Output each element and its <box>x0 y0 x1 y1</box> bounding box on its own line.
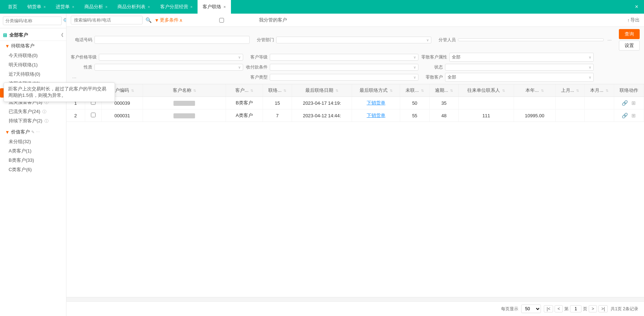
status-select[interactable]: ∨ <box>445 64 594 71</box>
table-area: ⚙ 客户编码 ⇅ 客户名称 ⇅ <box>66 84 644 297</box>
payment-select[interactable]: ∨ <box>270 64 418 71</box>
retail-customer-select[interactable]: 全部 ∨ <box>445 73 594 82</box>
per-page-select[interactable]: 50 100 200 <box>521 305 541 313</box>
nav-item-analysis-list[interactable]: 商品分析列表 × <box>112 0 155 14</box>
col-header-last-way: 最后联络方式 ⇅ <box>352 84 400 97</box>
sidebar-item-declining[interactable]: 持续下滑客户(2) ⓘ <box>0 116 66 126</box>
dots-icon[interactable]: ··· <box>71 75 78 80</box>
chevron-icon: ∧ <box>179 18 183 23</box>
query-button[interactable]: 查询 <box>619 29 640 39</box>
sort-icon[interactable]: ⇅ <box>250 89 253 93</box>
filter-cell-customer-grade: 客户等级 ∨ <box>246 54 418 61</box>
table-header-row: ⚙ 客户编码 ⇅ 客户名称 ⇅ <box>66 84 644 97</box>
my-customers-checkbox-label[interactable]: 我分管的客户 <box>186 17 287 23</box>
sidebar-search-button[interactable]: 🔍 <box>63 18 66 24</box>
manage-icon[interactable]: ⋯ <box>36 130 40 135</box>
name-blur-placeholder <box>173 113 195 118</box>
row-code: 000031 <box>101 109 143 122</box>
last-page-button[interactable]: >| <box>598 305 608 312</box>
sidebar-item-b-class[interactable]: B类客户(33) <box>0 156 66 165</box>
sort-icon[interactable]: ⇅ <box>421 89 424 93</box>
close-icon[interactable]: × <box>190 5 193 9</box>
manager-select[interactable] <box>458 38 604 41</box>
link-action-icon[interactable]: 🔗 <box>622 100 628 106</box>
row-last-way[interactable]: 下销货单 <box>352 97 400 109</box>
sort-icon[interactable]: ⇅ <box>335 89 338 93</box>
grid-action-icon[interactable]: ⊞ <box>631 100 636 106</box>
prev-page-button[interactable]: < <box>555 305 563 312</box>
sidebar-item-tomorrow[interactable]: 明天待联络(1) <box>0 60 66 70</box>
sidebar-section-pending[interactable]: ▼ 待联络客户 <box>0 41 66 51</box>
link-action-icon[interactable]: 🔗 <box>622 113 628 118</box>
close-icon[interactable]: × <box>105 5 107 9</box>
data-table: ⚙ 客户编码 ⇅ 客户名称 ⇅ <box>66 84 644 122</box>
sidebar-item-7days[interactable]: 近7天待联络(0) <box>0 70 66 79</box>
filter-cell-price-grade: 客户价格等级 ∨ <box>71 54 243 61</box>
row-this-month <box>585 97 614 109</box>
more-dots-icon[interactable]: ··· <box>606 37 613 43</box>
customer-grade-select[interactable]: ∨ <box>270 54 418 61</box>
row-last-month <box>555 97 584 109</box>
retail-attr-select[interactable]: 全部 ∨ <box>449 53 594 62</box>
sidebar-search-input[interactable] <box>3 16 62 25</box>
sidebar-item-c-class[interactable]: C类客户(6) <box>0 165 66 174</box>
search-button[interactable]: 🔍 <box>145 17 152 23</box>
sidebar-item-a-class[interactable]: A类客户(1) <box>0 146 66 156</box>
nav-item-home[interactable]: 首页 <box>3 0 22 14</box>
close-icon[interactable]: × <box>223 5 226 9</box>
sidebar-item-churned[interactable]: 已流失客户(24) ⓘ <box>0 107 66 116</box>
nav-item-sales[interactable]: 销货单 × <box>22 0 51 14</box>
dept-select[interactable]: ∨ <box>276 37 431 43</box>
more-filters-button[interactable]: ▼ 更多条件 ∧ <box>154 17 183 23</box>
row-last-date: 2023-04-12 14:44: <box>292 109 352 122</box>
sidebar-item-today[interactable]: 今天待联络(0) <box>0 51 66 60</box>
col-header-contact: 联络... ⇅ <box>263 84 292 97</box>
grid-action-icon[interactable]: ⊞ <box>631 113 636 118</box>
sort-icon[interactable]: ⇅ <box>193 89 196 93</box>
sort-icon[interactable]: ⇅ <box>390 89 393 93</box>
first-page-button[interactable]: |< <box>544 305 553 312</box>
sort-icon[interactable]: ⇅ <box>131 89 134 93</box>
nav-item-analysis[interactable]: 商品分析 × <box>79 0 112 14</box>
row-last-way[interactable]: 下销货单 <box>352 109 400 122</box>
sidebar-section-value[interactable]: ▼ 价值客户 ✎ ⋯ <box>0 127 66 137</box>
sidebar-all-customers[interactable]: ⊞ 全部客户 《 <box>0 30 66 41</box>
sort-icon[interactable]: ⇅ <box>502 89 505 93</box>
window-close-button[interactable]: × <box>632 4 641 10</box>
sort-icon[interactable]: ⇅ <box>541 89 544 93</box>
sort-icon[interactable]: ⇅ <box>450 89 453 93</box>
close-icon[interactable]: × <box>148 5 150 9</box>
page-number-input[interactable] <box>570 305 582 312</box>
export-button[interactable]: ↑ 导出 <box>627 17 640 23</box>
price-grade-select[interactable]: ∨ <box>99 54 243 61</box>
nav-item-customer-contact[interactable]: 客户联络 × <box>198 0 231 14</box>
close-icon[interactable]: × <box>72 5 74 9</box>
row-overdue: 35 <box>429 97 458 109</box>
horizontal-scrollbar[interactable] <box>66 297 644 301</box>
name-blur-placeholder <box>173 101 195 106</box>
customer-type-select[interactable]: ∨ <box>270 74 418 81</box>
nav-item-purchase[interactable]: 进货单 × <box>51 0 79 14</box>
edit-icon[interactable]: ✎ <box>31 130 34 135</box>
sort-icon[interactable]: ⇅ <box>606 89 608 93</box>
right-content: 🔍 ▼ 更多条件 ∧ 我分管的客户 ↑ 导出 电话号码 <box>66 14 644 316</box>
sidebar-item-ungrouped[interactable]: 未分组(32) <box>0 137 66 146</box>
row-this-year: 10995.00 <box>514 109 555 122</box>
close-icon[interactable]: × <box>43 5 46 9</box>
setting-button[interactable]: 设置 <box>619 41 640 51</box>
row-checkbox[interactable] <box>91 113 96 117</box>
row-uncontact: 50 <box>400 97 429 109</box>
nature-select[interactable]: ∨ <box>94 64 243 71</box>
search-input[interactable] <box>71 16 143 24</box>
filter-cell-dots: ··· <box>71 75 243 80</box>
collapse-icon[interactable]: 《 <box>59 32 63 38</box>
my-customers-checkbox[interactable] <box>186 18 258 23</box>
col-header-last-month: 上月... ⇅ <box>555 84 584 97</box>
tooltip-box: 距客户上次交易时长，超过了此客户的平均交易周期的1.5倍，则视为异常。 <box>4 82 66 102</box>
phone-input[interactable] <box>97 37 247 42</box>
nav-item-customer-layer[interactable]: 客户分层经营 × <box>155 0 198 14</box>
sort-icon[interactable]: ⇅ <box>576 89 579 93</box>
row-check[interactable] <box>85 109 101 122</box>
next-page-button[interactable]: > <box>589 305 597 312</box>
sort-icon[interactable]: ⇅ <box>283 89 286 93</box>
